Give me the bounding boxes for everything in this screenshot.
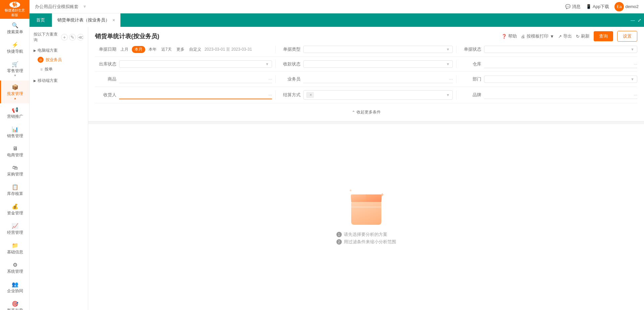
sidebar-item-sales-label: 销售管理 [7,133,23,139]
brand-filter-input[interactable]: ··· [484,91,637,99]
username-label: demo2 [625,4,639,9]
tab-bar: 首页 销货单统计表（按业务员） × — ⤢ [30,13,644,27]
warehouse-dots-icon[interactable]: ··· [634,61,637,66]
brand-dots-icon[interactable]: ··· [634,92,637,97]
date-tab-thisyear[interactable]: 本年 [147,46,158,53]
date-tab-custom[interactable]: 自定义 [188,46,203,53]
staff-filter-input[interactable]: ··· [303,75,453,83]
scheme-item-salesperson[interactable]: ⊙ 按业务员 [30,55,88,65]
sidebar-item-search[interactable]: 🔍 搜索菜单 [0,19,29,38]
dept-filter-select[interactable]: ▼ [484,75,637,83]
sidebar-item-retail[interactable]: 🛒 零售管理 ▼ [0,58,29,81]
avatar: Ea [614,2,624,11]
wholesale-arrow: ▲ [14,97,17,100]
empty-hint-2: 2 用过滤条件来缩小分析范围 [336,239,396,245]
receiver-filter-input[interactable]: ··· [119,91,272,99]
export-label: 导出 [563,33,572,39]
query-label: 查询 [599,33,608,39]
operations-icon: 📈 [12,223,18,229]
payment-filter-select[interactable]: × ▼ [303,90,453,100]
payment-tag-close[interactable]: × [310,93,312,97]
help-btn[interactable]: ❓ 帮助 [501,33,517,39]
sales-icon: 📊 [12,126,18,133]
tab-maximize-icon[interactable]: ⤢ [638,18,641,23]
settings-btn[interactable]: 设置 [617,31,637,42]
sidebar-item-basic[interactable]: 📁 基础信息 [0,239,29,258]
sidebar-item-retail-label: 零售管理 [7,68,23,74]
top-header: 办公用品行业模拟账套 ▼ 💬 消息 📱 App下载 Ea demo2 [30,0,644,13]
payment-label: 结算方式 [279,92,303,98]
scheme-add-btn[interactable]: + [61,34,68,41]
receipt-filter-select[interactable]: ▼ [303,60,453,68]
inventory-icon: 📋 [12,184,18,190]
warehouse-label: 仓库 [460,61,484,67]
scheme-collapse-btn[interactable]: ≪ [77,34,84,41]
sidebar-item-collab[interactable]: 👥 企业协同 [0,278,29,297]
receiver-filter-cell: 收货人 ··· [95,90,276,100]
dept-label: 部门 [460,76,484,82]
tab-close-btn[interactable]: × [112,17,115,23]
user-avatar-area[interactable]: Ea demo2 [614,2,639,11]
export-btn[interactable]: ↗ 导出 [558,33,572,39]
sidebar-item-purchase[interactable]: 🛍 采购管理 [0,161,29,180]
dept-select-arrow-icon: ▼ [631,77,634,81]
date-tab-thismonth[interactable]: 本月 [132,46,145,53]
scheme-item-active-icon: ⊙ [38,57,44,63]
goods-dots-icon[interactable]: ··· [268,76,272,82]
sidebar-item-finance[interactable]: 💰 资金管理 [0,200,29,219]
page-header-actions: ❓ 帮助 🖨 按模板打印 ▼ ↗ 导出 ↻ [501,31,637,42]
scheme-group-mobile-header[interactable]: ▶ 移动端方案 [30,76,88,85]
staff-dots-icon[interactable]: ··· [449,76,453,82]
collapse-btn[interactable]: ⌃ 收起更多条件 [95,107,637,118]
message-btn[interactable]: 💬 消息 [565,4,581,10]
tab-sales-stat[interactable]: 销货单统计表（按业务员） × [52,13,120,27]
type-label: 单据类型 [279,46,303,52]
message-label: 消息 [572,4,581,10]
warehouse-filter-input[interactable]: ··· [484,60,637,68]
outin-select-arrow-icon: ▼ [265,62,269,66]
scheme-group-desktop-header[interactable]: ▶ 电脑端方案 [30,46,88,55]
date-tab-lastmonth[interactable]: 上月 [119,46,130,53]
scheme-group-mobile-arrow-icon: ▶ [34,79,36,83]
ecom-icon: 🖥 [12,146,18,152]
sidebar-item-system[interactable]: ⚙ 系统管理 [0,258,29,278]
sidebar-item-marketing[interactable]: 📢 营销推广 [0,103,29,123]
template-print-btn[interactable]: 🖨 按模板打印 ▼ [521,33,554,39]
app-download-btn[interactable]: 📱 App下载 [586,4,609,10]
type-filter-select[interactable]: ▼ [303,46,453,53]
receiver-dots-icon[interactable]: ··· [268,92,272,97]
collapse-area: ⌃ 收起更多条件 [95,103,637,121]
receiver-input[interactable] [119,92,268,97]
date-tab-more[interactable]: 更多 [175,46,186,53]
sidebar-item-guide[interactable]: 🎯 新手引导 [0,297,29,310]
retail-arrow: ▼ [14,74,17,77]
tab-home[interactable]: 首页 [30,13,52,27]
query-btn[interactable]: 查询 [594,31,613,41]
sidebar-item-marketing-label: 营销推广 [7,114,23,119]
logo-icon: 畅 [9,2,20,8]
sidebar-item-wholesale[interactable]: 📦 批发管理 ▲ [0,81,29,103]
marketing-icon: 📢 [12,107,18,113]
empty-box [351,201,381,225]
sidebar-item-sales[interactable]: 📊 销售管理 [0,123,29,142]
scheme-edit-btn[interactable]: ✎ [69,34,76,41]
empty-box-top [351,195,381,202]
scheme-item-order[interactable]: ≡ 按单 [30,65,88,74]
sidebar-item-inventory[interactable]: 📋 库存核算 [0,180,29,200]
finance-icon: 💰 [12,203,18,210]
refresh-btn[interactable]: ↻ 刷新 [576,33,590,39]
status-filter-select[interactable]: ▼ [484,46,637,53]
staff-filter-cell: 业务员 ··· [276,75,457,83]
goods-filter-input[interactable]: ··· [119,75,272,83]
retail-icon: 🛒 [12,61,18,67]
outin-filter-select[interactable]: ▼ [119,60,272,68]
sidebar-item-ecom[interactable]: 🖥 电商管理 [0,142,29,161]
tab-minimize-icon[interactable]: — [631,18,635,23]
date-tab-last7[interactable]: 近7天 [160,46,173,53]
sidebar-item-search-label: 搜索菜单 [7,29,23,35]
sidebar-item-operations[interactable]: 📈 经营管理 [0,219,29,239]
sidebar-item-shortcut[interactable]: ⚡ 快捷导航 [0,38,29,58]
app-logo: 畅 畅捷通好生意 标版 [0,0,30,19]
wholesale-icon: 📦 [12,84,18,90]
settings-label: 设置 [623,33,632,39]
